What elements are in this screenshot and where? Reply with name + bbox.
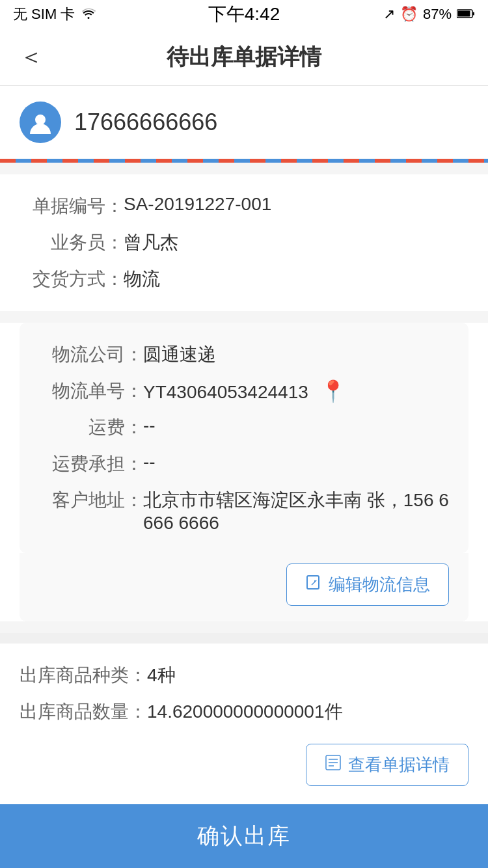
sales-person-row: 业务员： 曾凡杰 xyxy=(20,230,468,255)
address-label: 客户地址： xyxy=(39,488,143,513)
sales-person-value: 曾凡杰 xyxy=(124,230,468,255)
freight-row: 运费： -- xyxy=(39,415,449,440)
logistics-box: 物流公司： 圆通速递 物流单号： YT43064053424413 📍 运费： … xyxy=(20,323,468,553)
battery-icon xyxy=(457,6,475,23)
confirm-button-wrapper: 确认出库 xyxy=(0,804,488,868)
svg-rect-2 xyxy=(458,11,470,17)
product-qty-row: 出库商品数量： 14.620000000000001件 xyxy=(20,699,468,724)
svg-point-3 xyxy=(35,115,46,125)
carrier-text: 无 SIM 卡 xyxy=(13,5,75,24)
tracking-number-row: 物流单号： YT43064053424413 📍 xyxy=(39,379,449,403)
dashed-divider xyxy=(0,159,488,163)
edit-icon xyxy=(305,574,322,595)
location-pin-icon[interactable]: 📍 xyxy=(320,379,346,403)
product-types-row: 出库商品种类： 4种 xyxy=(20,663,468,688)
status-left: 无 SIM 卡 xyxy=(13,5,96,24)
tracking-label: 物流单号： xyxy=(39,379,143,403)
delivery-method-label: 交货方式： xyxy=(20,267,124,292)
view-detail-button[interactable]: 查看单据详情 xyxy=(306,744,468,786)
order-info-section: 单据编号： SA-20191227-001 业务员： 曾凡杰 交货方式： 物流 xyxy=(0,174,488,311)
logistics-company-label: 物流公司： xyxy=(39,342,143,367)
freight-label: 运费： xyxy=(39,415,143,440)
location-arrow-icon: ↗ xyxy=(383,6,395,23)
svg-rect-4 xyxy=(307,576,319,589)
product-qty-label: 出库商品数量： xyxy=(20,699,147,724)
tracking-value: YT43064053424413 📍 xyxy=(143,379,449,403)
address-row: 客户地址： 北京市市辖区海淀区永丰南 张，156 6666 6666 xyxy=(39,488,449,534)
summary-section: 出库商品种类： 4种 出库商品数量： 14.620000000000001件 xyxy=(0,644,488,744)
status-time: 下午4:42 xyxy=(208,2,280,27)
delivery-method-value: 物流 xyxy=(124,267,468,292)
address-value: 北京市市辖区海淀区永丰南 张，156 6666 6666 xyxy=(143,488,449,534)
edit-btn-row: 编辑物流信息 xyxy=(20,553,468,621)
view-detail-label: 查看单据详情 xyxy=(348,753,450,776)
customer-header: 17666666666 xyxy=(0,86,488,159)
back-button[interactable]: ＜ xyxy=(20,41,56,73)
section-divider xyxy=(0,633,488,644)
svg-rect-1 xyxy=(473,12,475,16)
logistics-company-value: 圆通速递 xyxy=(143,342,449,367)
product-types-value: 4种 xyxy=(147,663,468,688)
delivery-method-row: 交货方式： 物流 xyxy=(20,267,468,292)
freight-bearer-row: 运费承担： -- xyxy=(39,452,449,476)
order-no-value: SA-20191227-001 xyxy=(124,194,468,215)
edit-logistics-label: 编辑物流信息 xyxy=(329,573,430,596)
wifi-icon xyxy=(81,6,96,23)
alarm-icon: ⏰ xyxy=(400,6,418,23)
status-right: ↗ ⏰ 87% xyxy=(383,6,475,23)
product-qty-value: 14.620000000000001件 xyxy=(147,699,468,724)
order-no-row: 单据编号： SA-20191227-001 xyxy=(20,194,468,219)
nav-bar: ＜ 待出库单据详情 xyxy=(0,29,488,86)
confirm-button[interactable]: 确认出库 xyxy=(0,821,488,851)
edit-logistics-button[interactable]: 编辑物流信息 xyxy=(286,563,449,606)
avatar xyxy=(20,102,61,143)
page-title: 待出库单据详情 xyxy=(56,42,432,72)
status-bar: 无 SIM 卡 下午4:42 ↗ ⏰ 87% xyxy=(0,0,488,29)
sales-person-label: 业务员： xyxy=(20,230,124,255)
freight-value: -- xyxy=(143,415,449,436)
customer-phone: 17666666666 xyxy=(74,109,217,136)
list-icon xyxy=(325,754,342,776)
freight-bearer-value: -- xyxy=(143,452,449,472)
product-types-label: 出库商品种类： xyxy=(20,663,147,688)
battery-text: 87% xyxy=(423,6,452,23)
order-no-label: 单据编号： xyxy=(20,194,124,219)
logistics-company-row: 物流公司： 圆通速递 xyxy=(39,342,449,367)
freight-bearer-label: 运费承担： xyxy=(39,452,143,476)
view-detail-row: 查看单据详情 xyxy=(0,744,488,806)
